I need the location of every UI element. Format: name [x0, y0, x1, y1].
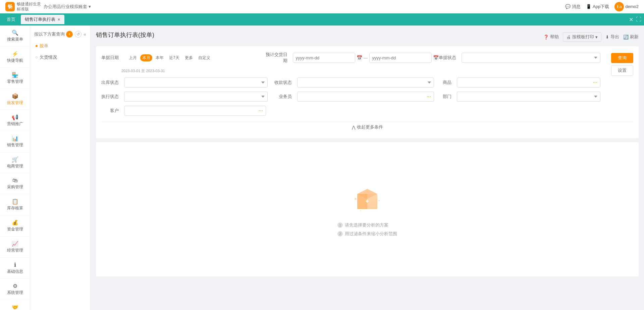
customer-more-btn[interactable]: ···: [127, 108, 263, 114]
expected-date-label: 预计交货日期: [263, 52, 290, 64]
inventory-icon: 📋: [1, 198, 29, 205]
page-title: 销售订单执行表(按单): [96, 31, 154, 39]
status-select[interactable]: [462, 53, 601, 63]
customer-label: 客户: [101, 108, 121, 114]
sidebar-item-sales[interactable]: 📊 销售管理: [0, 131, 30, 152]
shortcut-more[interactable]: 更多: [183, 54, 195, 61]
user-menu[interactable]: Ea demo2: [614, 2, 639, 11]
query-button[interactable]: 查询: [611, 53, 633, 63]
date-shortcuts: 上月 本月 本年 近7天 更多 自定义: [127, 54, 212, 61]
exec-status-select[interactable]: [124, 92, 268, 102]
add-plan-button[interactable]: +: [66, 31, 73, 38]
tip-num-2: 2: [337, 231, 343, 237]
marketing-icon: 📢: [1, 114, 29, 120]
avatar: Ea: [614, 2, 624, 11]
sidebar-item-marketing[interactable]: 📢 营销推广: [0, 110, 30, 131]
sidebar-item-purchase[interactable]: 🛍 采购管理: [0, 173, 30, 194]
menu-item-arrears[interactable]: 欠货情况: [30, 52, 90, 63]
system-icon: ⚙: [1, 283, 29, 289]
calendar-end-icon[interactable]: 📅: [433, 55, 439, 60]
date-end-input[interactable]: [369, 53, 432, 63]
print-icon: 🖨: [567, 35, 571, 40]
left-panel-header: 按以下方案查询 + ↺ «: [30, 28, 90, 40]
calendar-start-icon[interactable]: 📅: [357, 55, 362, 60]
sidebar-item-ecommerce[interactable]: 🛒 电商管理: [0, 152, 30, 173]
logo-text: 畅捷通好生意 标准版: [17, 2, 41, 11]
breadcrumb-arrow-icon: ▾: [89, 4, 91, 9]
sidebar-item-quick-nav[interactable]: ⚡ 快捷导航: [0, 47, 30, 68]
goods-more-btn[interactable]: ···: [460, 80, 597, 86]
tab-close-icon[interactable]: ✕: [57, 17, 60, 22]
sidebar-item-inventory[interactable]: 📋 库存核算: [0, 194, 30, 215]
print-arrow-icon: ▾: [595, 35, 598, 40]
status-label: 单据状态: [439, 55, 459, 61]
sidebar-item-basic[interactable]: ℹ 基础信息: [0, 258, 30, 279]
sidebar-item-finance[interactable]: 💰 资金管理: [0, 215, 30, 237]
settings-button[interactable]: 设置: [611, 65, 633, 76]
print-button[interactable]: 🖨 按模板打印 ▾: [563, 32, 601, 42]
logo-area: 畅 畅捷通好生意 标准版: [5, 2, 41, 11]
dept-select[interactable]: [457, 92, 600, 102]
tab-close-window-icon[interactable]: ✕: [629, 16, 633, 23]
date-range-text: 2023-03-01 至 2023-03-31: [121, 68, 165, 73]
tip-row-2: 2 用过滤条件来缩小分析范围: [337, 229, 397, 238]
menu-item-order[interactable]: 按单: [30, 40, 90, 52]
header-right: 💬 消息 📱 App下载 Ea demo2: [565, 2, 639, 11]
sidebar: 🔍 搜索菜单 ⚡ 快捷导航 🏪 零售管理 📦 批发管理 📢 营销推广 📊 销售管…: [0, 25, 30, 310]
query-buttons: 查询 设置: [611, 52, 633, 76]
tab-bar-actions: ✕ ⛶: [629, 16, 641, 23]
shortcut-last-month[interactable]: 上月: [127, 54, 139, 61]
tip-row-1: 1 请先选择要分析的方案: [337, 221, 397, 229]
header-left: 畅 畅捷通好生意 标准版 办公用品行业模拟账套 ▾: [5, 2, 91, 11]
refresh-button[interactable]: 🔄 刷新: [623, 34, 639, 40]
sidebar-item-retail[interactable]: 🏪 零售管理: [0, 68, 30, 89]
tab-home[interactable]: 首页: [3, 15, 19, 24]
sidebar-item-wholesale[interactable]: 📦 批发管理: [0, 89, 30, 110]
shortcut-this-year[interactable]: 本年: [154, 54, 166, 61]
quick-nav-icon: ⚡: [1, 51, 29, 57]
salesperson-more-btn[interactable]: ···: [300, 94, 431, 100]
sidebar-item-search[interactable]: 🔍 搜索菜单: [0, 25, 30, 47]
app-download-icon: 📱: [586, 4, 591, 9]
header-tools: ❓ 帮助 🖨 按模板打印 ▾ ⬇ 导出 🔄 刷新: [543, 32, 639, 42]
date-separator: —: [364, 55, 368, 60]
refresh-plan-button[interactable]: ↺: [75, 31, 82, 38]
main-layout: 🔍 搜索菜单 ⚡ 快捷导航 🏪 零售管理 📦 批发管理 📢 营销推广 📊 销售管…: [0, 25, 644, 310]
left-panel: 按以下方案查询 + ↺ « 按单 欠货情况: [30, 25, 91, 310]
page-header-row: 销售订单执行表(按单) ❓ 帮助 🖨 按模板打印 ▾ ⬇ 导出 🔄 刷新: [96, 31, 639, 43]
sidebar-item-system[interactable]: ⚙ 系统管理: [0, 279, 30, 300]
help-icon: ❓: [543, 35, 549, 40]
shortcut-this-month[interactable]: 本月: [140, 54, 152, 61]
empty-illustration: ✦: [351, 180, 384, 214]
message-button[interactable]: 💬 消息: [565, 4, 581, 10]
operations-icon: 📈: [1, 241, 29, 247]
sidebar-item-operations[interactable]: 📈 经营管理: [0, 237, 30, 258]
purchase-icon: 🛍: [1, 177, 29, 184]
sidebar-item-enterprise[interactable]: 🤝 企业协同: [0, 300, 30, 310]
svg-point-6: [360, 210, 361, 211]
date-label: 单据日期: [101, 55, 121, 61]
search-icon: 🔍: [1, 30, 29, 36]
app-download-button[interactable]: 📱 App下载: [586, 4, 609, 10]
ecommerce-icon: 🛒: [1, 156, 29, 163]
shortcut-custom[interactable]: 自定义: [196, 54, 212, 61]
collapse-button[interactable]: ⋀ 收起更多条件: [352, 124, 383, 130]
svg-text:✦: ✦: [365, 198, 370, 205]
export-button[interactable]: ⬇ 导出: [605, 34, 619, 40]
message-icon: 💬: [565, 4, 571, 9]
help-button[interactable]: ❓ 帮助: [543, 34, 559, 40]
delivery-status-select[interactable]: [124, 78, 268, 88]
collapse-panel-button[interactable]: «: [84, 32, 86, 37]
payment-status-select[interactable]: [297, 78, 434, 88]
empty-state: ✦ 1 请先选择要分析的方案 2 用过滤条件来缩小分析范围: [337, 154, 397, 265]
tab-resize-icon[interactable]: ⛶: [636, 16, 641, 22]
enterprise-icon: 🤝: [1, 304, 29, 310]
exec-status-label: 执行状态: [101, 94, 121, 100]
tab-sales-order[interactable]: 销售订单执行表 ✕: [21, 15, 64, 24]
date-start-input[interactable]: [293, 53, 355, 63]
export-icon: ⬇: [605, 35, 609, 40]
breadcrumb[interactable]: 办公用品行业模拟账套 ▾: [44, 4, 91, 10]
shortcut-last-7[interactable]: 近7天: [167, 54, 181, 61]
finance-icon: 💰: [1, 219, 29, 226]
payment-status-label: 收款状态: [268, 80, 294, 86]
